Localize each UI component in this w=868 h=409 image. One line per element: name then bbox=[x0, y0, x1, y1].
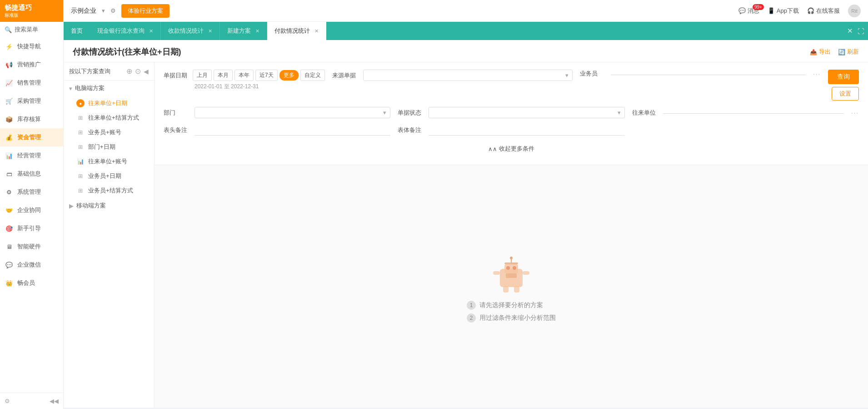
settings-scheme-icon[interactable]: ⊙ bbox=[135, 67, 141, 76]
sidebar-item-label: 智能硬件 bbox=[17, 242, 41, 251]
date-btn-more[interactable]: 更多 bbox=[279, 70, 299, 81]
filter-body-note-group: 表体备注 bbox=[398, 125, 624, 136]
collapse-icon: ∧∧ bbox=[488, 146, 497, 152]
topbar: 示例企业 ▾ ⚙ 体验行业方案 💬 消息 99+ 📱 App下载 🎧 在线客服 … bbox=[64, 0, 868, 22]
date-btn-this-month[interactable]: 本月 bbox=[214, 70, 233, 81]
base-info-icon: 🗃 bbox=[5, 169, 14, 178]
company-dropdown-icon[interactable]: ▾ bbox=[102, 7, 105, 14]
messages-btn[interactable]: 💬 消息 99+ bbox=[738, 7, 759, 15]
partner-dots[interactable]: ··· bbox=[851, 109, 859, 116]
right-panel: 单据日期 上月 本月 本年 近7天 更多 自定义 bbox=[155, 62, 868, 408]
page-content: 付款情况统计(往来单位+日期) 📤 导出 🔄 刷新 按以下方案查询 ⊕ bbox=[64, 40, 868, 409]
trial-btn[interactable]: 体验行业方案 bbox=[121, 4, 170, 18]
refresh-btn[interactable]: 🔄 刷新 bbox=[838, 48, 859, 56]
date-btn-custom[interactable]: 自定义 bbox=[300, 70, 325, 81]
tab-close-all-icon[interactable]: ✕ bbox=[847, 27, 853, 35]
online-service-btn[interactable]: 🎧 在线客服 bbox=[807, 7, 840, 15]
quick-nav-icon: ⚡ bbox=[5, 42, 14, 51]
filter-row-1: 单据日期 上月 本月 本年 近7天 更多 自定义 bbox=[164, 70, 859, 101]
scheme-partner-date[interactable]: ● 往来单位+日期 bbox=[64, 96, 154, 111]
left-panel: 按以下方案查询 ⊕ ⊙ ◀ ▾ 电脑端方案 ● 往来单位+日期 bbox=[64, 62, 155, 408]
date-btn-this-year[interactable]: 本年 bbox=[234, 70, 254, 81]
topbar-gear-icon[interactable]: ⚙ bbox=[110, 7, 116, 14]
company-name: 示例企业 bbox=[71, 7, 96, 15]
date-label: 单据日期 bbox=[164, 71, 191, 80]
sidebar-item-quick-nav[interactable]: ⚡ 快捷导航 bbox=[0, 37, 63, 56]
scheme-salesman-date[interactable]: ⊞ 业务员+日期 bbox=[64, 169, 154, 183]
date-range-display: 2022-01-01 至 2022-12-31 bbox=[191, 83, 259, 91]
app-download-btn[interactable]: 📱 App下载 bbox=[768, 7, 799, 15]
empty-tip-2-label: 用过滤条件来缩小分析范围 bbox=[479, 314, 556, 322]
sidebar-item-capital[interactable]: 💰 资金管理 bbox=[0, 128, 63, 146]
tab-new-scheme[interactable]: 新建方案 ✕ bbox=[220, 22, 267, 40]
sidebar-item-marketing[interactable]: 📢 营销推广 bbox=[0, 56, 63, 74]
operations-icon: 📊 bbox=[5, 151, 14, 160]
tab-receipt-stats-close[interactable]: ✕ bbox=[208, 28, 212, 34]
sidebar-item-purchase[interactable]: 🛒 采购管理 bbox=[0, 92, 63, 110]
sidebar-item-sales[interactable]: 📈 销售管理 bbox=[0, 74, 63, 92]
scheme-dept-date[interactable]: ⊞ 部门+日期 bbox=[64, 140, 154, 154]
page-title: 付款情况统计(往来单位+日期) bbox=[73, 46, 181, 57]
date-btn-last-month[interactable]: 上月 bbox=[193, 70, 212, 81]
sidebar-item-vip[interactable]: 👑 畅会员 bbox=[0, 274, 63, 292]
empty-tip-1: 1 请先选择要分析的方案 bbox=[467, 301, 556, 310]
tab-receipt-stats[interactable]: 收款情况统计 ✕ bbox=[161, 22, 220, 40]
voucher-status-select[interactable]: ▾ bbox=[429, 107, 624, 118]
scheme-salesman-settlement[interactable]: ⊞ 业务员+结算方式 bbox=[64, 183, 154, 198]
header-note-input[interactable] bbox=[195, 125, 390, 136]
tab-payment-stats[interactable]: 付款情况统计 ✕ bbox=[267, 22, 326, 40]
collapse-bar[interactable]: ∧∧ 收起更多条件 bbox=[484, 140, 539, 157]
sidebar-item-inventory[interactable]: 📦 库存核算 bbox=[0, 110, 63, 128]
dept-select[interactable]: ▾ bbox=[195, 107, 390, 118]
query-btn[interactable]: 查询 bbox=[828, 70, 859, 84]
search-icon: 🔍 bbox=[5, 26, 12, 33]
tab-bank-flow[interactable]: 现金银行流水查询 ✕ bbox=[90, 22, 161, 40]
source-select[interactable]: ▾ bbox=[363, 70, 573, 81]
search-menu-item[interactable]: 🔍 搜索菜单 bbox=[0, 22, 63, 37]
tab-expand-icon[interactable]: ⛶ bbox=[858, 27, 864, 35]
settings-icon[interactable]: ⚙ bbox=[5, 398, 10, 404]
capital-icon: 💰 bbox=[5, 133, 14, 142]
topbar-right: 💬 消息 99+ 📱 App下载 🎧 在线客服 Rit bbox=[738, 5, 861, 17]
tab-bank-flow-close[interactable]: ✕ bbox=[149, 28, 153, 34]
body-note-label: 表体备注 bbox=[398, 126, 425, 134]
tab-home[interactable]: 首页 bbox=[64, 22, 90, 40]
sidebar-item-smart-hw[interactable]: 🖥 智能硬件 bbox=[0, 237, 63, 256]
tip-num-1: 1 bbox=[467, 301, 476, 310]
pc-scheme-group-title[interactable]: ▾ 电脑端方案 bbox=[64, 81, 154, 96]
partner-label: 往来单位 bbox=[632, 109, 659, 117]
app-name: 畅捷通巧 bbox=[5, 4, 32, 12]
body-note-input[interactable] bbox=[429, 125, 624, 136]
user-avatar[interactable]: Rit bbox=[848, 5, 861, 17]
date-range-text: 2022-01-01 至 2022-12-31 bbox=[195, 83, 259, 90]
svg-rect-10 bbox=[514, 286, 519, 293]
collapse-sidebar-icon[interactable]: ◀◀ bbox=[50, 398, 59, 404]
empty-tips: 1 请先选择要分析的方案 2 用过滤条件来缩小分析范围 bbox=[467, 301, 556, 323]
collapse-left-icon[interactable]: ◀ bbox=[144, 68, 149, 75]
sidebar-item-corp-collab[interactable]: 🤝 企业协同 bbox=[0, 201, 63, 219]
salesman-dots[interactable]: ··· bbox=[813, 71, 821, 77]
svg-rect-7 bbox=[493, 271, 500, 275]
export-label: 导出 bbox=[819, 48, 831, 56]
filter-dept-group: 部门 ▾ bbox=[164, 107, 390, 118]
sidebar-item-operations[interactable]: 📊 经营管理 bbox=[0, 146, 63, 165]
tab-payment-stats-close[interactable]: ✕ bbox=[314, 28, 319, 34]
filter-source-group: 来源单据 ▾ bbox=[332, 70, 573, 81]
tab-new-scheme-close[interactable]: ✕ bbox=[255, 28, 259, 34]
settings-filter-btn[interactable]: 设置 bbox=[832, 87, 859, 101]
scheme-partner-settlement[interactable]: ⊞ 往来单位+结算方式 bbox=[64, 111, 154, 125]
export-btn[interactable]: 📤 导出 bbox=[810, 48, 831, 56]
sidebar-item-new-guide[interactable]: 🎯 新手引导 bbox=[0, 219, 63, 237]
sidebar-item-sys-manage[interactable]: ⚙ 系统管理 bbox=[0, 183, 63, 201]
scheme-partner-account[interactable]: 📊 往来单位+账号 bbox=[64, 154, 154, 169]
marketing-icon: 📢 bbox=[5, 60, 14, 69]
scheme-salesman-account[interactable]: ⊞ 业务员+账号 bbox=[64, 125, 154, 140]
add-scheme-icon[interactable]: ⊕ bbox=[126, 67, 132, 76]
empty-area: 1 请先选择要分析的方案 2 用过滤条件来缩小分析范围 bbox=[155, 165, 868, 408]
messages-count: 99+ bbox=[753, 4, 764, 10]
sidebar-item-corp-wechat[interactable]: 💬 企业微信 bbox=[0, 256, 63, 274]
mobile-scheme-group[interactable]: ▶ 移动端方案 bbox=[64, 198, 154, 213]
date-btn-last-7d[interactable]: 近7天 bbox=[255, 70, 278, 81]
sidebar-item-base-info[interactable]: 🗃 基础信息 bbox=[0, 165, 63, 183]
source-label: 来源单据 bbox=[332, 71, 359, 80]
